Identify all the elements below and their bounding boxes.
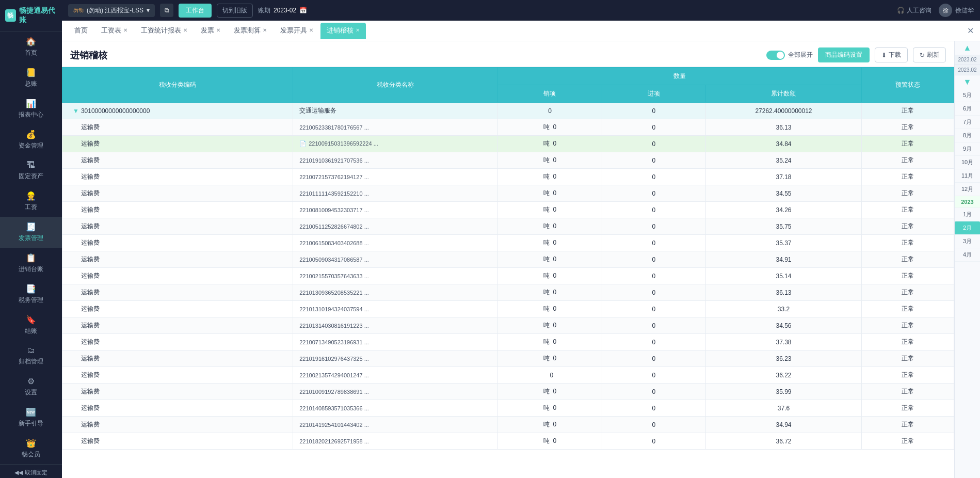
table-row[interactable]: 运输费 22100810094532303717 ... 吨 0 0 34.26… xyxy=(62,202,954,218)
sidebar-item-assets[interactable]: 🏗 固定资产 xyxy=(0,155,62,186)
calendar-month-3[interactable]: 3月 xyxy=(955,235,980,248)
sidebar-item-invoice[interactable]: 🧾 发票管理 xyxy=(0,217,62,248)
invoice-code-cell: 22100615083403402688 ... xyxy=(293,235,498,251)
guide-icon: 🆕 xyxy=(26,407,36,417)
header-actions: 全部展开 商品编码设置 ⬇ 下载 ↻ 刷新 xyxy=(766,47,946,62)
table-row[interactable]: 运输费 22101111143592152210 ... 吨 0 0 34.55… xyxy=(62,185,954,202)
calendar-expand-button[interactable]: ▲ xyxy=(955,41,980,55)
refresh-button[interactable]: ↻ 刷新 xyxy=(913,47,946,62)
workbench-button[interactable]: 工作台 xyxy=(179,4,212,18)
table-row[interactable]: 运输费 22100509034317086587 ... 吨 0 0 34.91… xyxy=(62,251,954,268)
switch-version-button[interactable]: 切到旧版 xyxy=(217,4,253,18)
table-row[interactable]: 运输费 22100511252826674802 ... 吨 0 0 35.75… xyxy=(62,218,954,235)
sidebar-item-archive[interactable]: 🗂 归档管理 xyxy=(0,341,62,371)
item-name-cell: 运输费 xyxy=(62,169,293,185)
table-row[interactable]: 运输费 22101314030816191223 ... 吨 0 0 34.56… xyxy=(62,317,954,334)
close-icon[interactable]: ✕ xyxy=(183,27,187,33)
sidebar-item-funds[interactable]: 💰 资金管理 xyxy=(0,124,62,155)
tab-invoice[interactable]: 发票 ✕ xyxy=(195,23,227,39)
sales-cell: 吨 0 xyxy=(498,268,602,284)
status-cell: 正常 xyxy=(862,103,954,119)
table-row[interactable]: 运输费 22101309365208535221 ... 吨 0 0 36.13… xyxy=(62,284,954,301)
sales-cell: 吨 0 xyxy=(498,202,602,218)
status-cell: 正常 xyxy=(862,152,954,169)
sidebar-item-home[interactable]: 🏠 首页 xyxy=(0,31,62,62)
support-button[interactable]: 🎧 人工咨询 xyxy=(897,6,931,15)
tax-icon: 📑 xyxy=(26,284,36,294)
company-selector[interactable]: 勿动 (勿动) 江西报宝-LSS ▾ xyxy=(68,4,155,17)
calendar-year-2023[interactable]: 2023 xyxy=(955,196,980,208)
table-row[interactable]: 运输费 22100713490523196931 ... 吨 0 0 37.38… xyxy=(62,334,954,350)
calendar-month-6[interactable]: 6月 xyxy=(955,102,980,116)
close-icon[interactable]: ✕ xyxy=(216,27,220,33)
sidebar-item-tax[interactable]: 📑 税务管理 xyxy=(0,279,62,310)
sidebar-item-ledger[interactable]: 📒 总账 xyxy=(0,62,62,93)
calendar-collapse-button[interactable]: ▼ xyxy=(955,75,980,89)
sidebar-item-vip[interactable]: 👑 畅会员 xyxy=(0,433,62,464)
tab-home[interactable]: 首页 xyxy=(68,23,94,39)
status-cell: 正常 xyxy=(862,400,954,417)
item-name-cell: 运输费 xyxy=(62,400,293,417)
main-table: 税收分类编码 税收分类名称 数量 预警状态 xyxy=(62,67,954,450)
sidebar-item-guide[interactable]: 🆕 新手引导 xyxy=(0,402,62,433)
close-icon[interactable]: ✕ xyxy=(309,27,313,33)
settings-button[interactable]: 商品编码设置 xyxy=(818,47,870,62)
table-row[interactable]: 运输费 22100523381780176567 ... 吨 0 0 36.13… xyxy=(62,119,954,136)
table-row[interactable]: 运输费 22101310194324037594 ... 吨 0 0 33.2 … xyxy=(62,301,954,317)
table-row[interactable]: 运输费 22100615083403402688 ... 吨 0 0 35.37… xyxy=(62,235,954,251)
funds-icon: 💰 xyxy=(26,130,36,139)
sidebar-item-close-period[interactable]: 🔖 结账 xyxy=(0,310,62,341)
sidebar-item-reports[interactable]: 📊 报表中心 xyxy=(0,93,62,124)
sidebar-item-settings[interactable]: ⚙ 设置 xyxy=(0,371,62,402)
user-menu[interactable]: 徐 徐涟华 xyxy=(939,4,974,17)
table-row[interactable]: 运输费 22101009192789838691 ... 吨 0 0 35.99… xyxy=(62,384,954,400)
invoice-code-cell: 22100810094532303717 ... xyxy=(293,202,498,218)
close-icon[interactable]: ✕ xyxy=(263,27,267,33)
table-row[interactable]: 运输费 22101820212692571958 ... 吨 0 0 36.72… xyxy=(62,433,954,450)
calendar-month-5[interactable]: 5月 xyxy=(955,89,980,102)
calendar-month-9[interactable]: 9月 xyxy=(955,142,980,156)
expand-toggle[interactable]: 全部展开 xyxy=(766,51,813,60)
purchase-cell: 0 xyxy=(602,417,705,433)
calendar-month-11[interactable]: 11月 xyxy=(955,169,980,183)
calendar-icon[interactable]: 📅 xyxy=(299,7,307,14)
calendar-month-7[interactable]: 7月 xyxy=(955,116,980,129)
unpin-button[interactable]: ◀◀ 取消固定 xyxy=(0,464,62,478)
table-row[interactable]: 运输费 22100721573762194127 ... 吨 0 0 37.18… xyxy=(62,169,954,185)
table-row[interactable]: 运输费 22100213574294001247 ... 0 0 36.22 正… xyxy=(62,367,954,384)
table-row[interactable]: 运输费 22100215570357643633 ... 吨 0 0 35.14… xyxy=(62,268,954,284)
calendar-month-12[interactable]: 12月 xyxy=(955,183,980,196)
toggle-label: 全部展开 xyxy=(788,51,813,59)
tab-salary-table[interactable]: 工资表 ✕ xyxy=(95,23,134,39)
sales-ledger-icon: 📋 xyxy=(26,253,36,263)
calendar-month-4[interactable]: 4月 xyxy=(955,248,980,262)
purchase-cell: 0 xyxy=(602,185,705,202)
tab-sales-audit[interactable]: 进销稽核 ✕ xyxy=(320,23,366,39)
tab-salary-report[interactable]: 工资统计报表 ✕ xyxy=(135,23,194,39)
calendar-month-2-current[interactable]: 2月 xyxy=(955,221,980,235)
tab-invoice-issue[interactable]: 发票开具 ✕ xyxy=(274,23,319,39)
calendar-year-header2: 2023.02 xyxy=(955,65,980,75)
toggle-track[interactable] xyxy=(766,51,785,60)
tab-close-all[interactable]: ✕ xyxy=(967,26,974,36)
pin-label: 取消固定 xyxy=(25,469,47,476)
table-row[interactable]: 运输费 22101916102976437325 ... 吨 0 0 36.23… xyxy=(62,350,954,367)
copy-icon[interactable]: ⧉ xyxy=(160,4,173,17)
sidebar-item-label: 进销台账 xyxy=(19,265,43,274)
table-row[interactable]: 运输费 22101408593571035366 ... 吨 0 0 37.6 … xyxy=(62,400,954,417)
total-cell: 34.91 xyxy=(705,251,861,268)
close-icon[interactable]: ✕ xyxy=(123,27,127,33)
item-name-cell: 运输费 xyxy=(62,185,293,202)
sidebar-item-salary[interactable]: 👷 工资 xyxy=(0,186,62,217)
table-row[interactable]: 运输费 22101419254101443402 ... 吨 0 0 34.94… xyxy=(62,417,954,433)
calendar-month-1[interactable]: 1月 xyxy=(955,208,980,221)
sidebar-item-sales-ledger[interactable]: 📋 进销台账 xyxy=(0,248,62,279)
tab-invoice-calc[interactable]: 发票测算 ✕ xyxy=(228,23,273,39)
calendar-month-10[interactable]: 10月 xyxy=(955,156,980,169)
table-row[interactable]: 运输费 22101910361921707536 ... 吨 0 0 35.24… xyxy=(62,152,954,169)
table-row[interactable]: ▼30100000000000000000 交通运输服务 0 0 27262.4… xyxy=(62,103,954,119)
calendar-month-8[interactable]: 8月 xyxy=(955,129,980,142)
download-button[interactable]: ⬇ 下载 xyxy=(875,47,908,62)
close-icon[interactable]: ✕ xyxy=(356,27,360,33)
table-row[interactable]: 运输费 📄22100915031396592224 ... 吨 0 0 34.8… xyxy=(62,136,954,152)
